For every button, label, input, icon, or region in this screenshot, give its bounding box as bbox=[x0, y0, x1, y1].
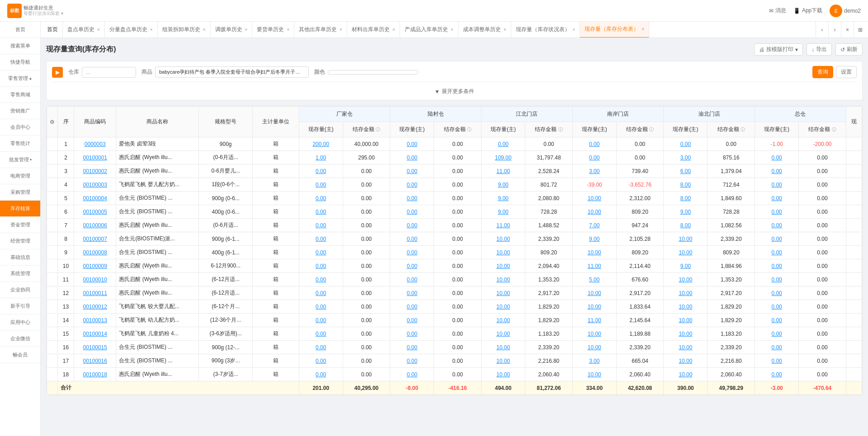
cell-jb-stock[interactable]: 11.00 bbox=[481, 219, 525, 232]
cell-lc-stock[interactable]: 0.00 bbox=[390, 341, 434, 354]
cell-na-stock[interactable]: 0.00 bbox=[572, 137, 616, 151]
message-btn[interactable]: ✉ 消息 bbox=[769, 7, 786, 14]
cell-code[interactable]: 00100002 bbox=[74, 164, 116, 178]
cell-yb-stock[interactable]: 8.00 bbox=[664, 178, 708, 192]
cell-t-stock[interactable]: 0.00 bbox=[755, 205, 799, 219]
cell-f-stock[interactable]: 0.00 bbox=[299, 259, 343, 273]
cell-f-stock[interactable]: 0.00 bbox=[299, 327, 343, 341]
cell-code[interactable]: 00100008 bbox=[74, 246, 116, 259]
tab-close-group[interactable]: × bbox=[203, 27, 206, 32]
tab-cost-adjust[interactable]: 成本调整单历史 × bbox=[458, 22, 511, 38]
cell-f-stock[interactable]: 0.00 bbox=[299, 341, 343, 354]
cell-jb-stock[interactable]: 0.00 bbox=[481, 137, 525, 151]
cell-t-stock[interactable]: 0.00 bbox=[755, 354, 799, 368]
filter-collapse-btn[interactable]: ▶ bbox=[52, 67, 63, 78]
cell-t-stock[interactable]: 0.00 bbox=[755, 341, 799, 354]
cell-yb-stock[interactable]: 8.00 bbox=[664, 192, 708, 205]
cell-lc-stock[interactable]: 0.00 bbox=[390, 232, 434, 246]
sidebar-item-member[interactable]: 会员中心 bbox=[0, 119, 40, 136]
cell-t-stock[interactable]: 0.00 bbox=[755, 164, 799, 178]
cell-f-stock[interactable]: 0.00 bbox=[299, 164, 343, 178]
cell-f-stock[interactable]: 0.00 bbox=[299, 273, 343, 286]
cell-code[interactable]: 00100010 bbox=[74, 273, 116, 286]
cell-f-stock[interactable]: 0.00 bbox=[299, 368, 343, 381]
tab-close-transfer[interactable]: × bbox=[245, 27, 248, 32]
cell-code[interactable]: 00100009 bbox=[74, 259, 116, 273]
cell-lc-stock[interactable]: 0.00 bbox=[390, 259, 434, 273]
cell-t-stock[interactable]: 0.00 bbox=[755, 192, 799, 205]
cell-na-stock[interactable]: 3.00 bbox=[572, 164, 616, 178]
tab-close-product-in[interactable]: × bbox=[451, 27, 453, 32]
settings-btn[interactable]: 设置 bbox=[836, 66, 857, 78]
cell-na-stock[interactable]: 10.00 bbox=[572, 300, 616, 314]
sidebar-item-guide[interactable]: 新手引导 bbox=[0, 298, 40, 314]
cell-na-stock[interactable]: 3.00 bbox=[572, 354, 616, 368]
cell-f-stock[interactable]: 1.00 bbox=[299, 151, 343, 164]
cell-yb-stock[interactable]: 9.00 bbox=[664, 205, 708, 219]
expand-btn[interactable]: ▼ 展开更多条件 bbox=[52, 88, 857, 95]
query-btn[interactable]: 查询 bbox=[812, 66, 833, 78]
cell-f-stock[interactable]: 0.00 bbox=[299, 314, 343, 327]
app-download-btn[interactable]: 📱 App下载 bbox=[793, 7, 822, 14]
cell-code[interactable]: 00100001 bbox=[74, 151, 116, 164]
cell-na-stock[interactable]: 5.00 bbox=[572, 273, 616, 286]
sidebar-item-inventory[interactable]: 库存核算 bbox=[0, 201, 40, 217]
cell-lc-stock[interactable]: 0.00 bbox=[390, 314, 434, 327]
cell-lc-stock[interactable]: 0.00 bbox=[390, 286, 434, 300]
cell-jb-stock[interactable]: 10.00 bbox=[481, 232, 525, 246]
sidebar-item-app-center[interactable]: 应用中心 bbox=[0, 314, 40, 331]
cell-t-stock[interactable]: 0.00 bbox=[755, 151, 799, 164]
th-settings[interactable]: ⚙ bbox=[47, 107, 58, 137]
tab-inventory-split[interactable]: 分量盘点单历史 × bbox=[105, 22, 158, 38]
cell-f-stock[interactable]: 0.00 bbox=[299, 354, 343, 368]
tab-material-out[interactable]: 材料出库单历史 × bbox=[347, 22, 400, 38]
tab-transfer[interactable]: 调拨单历史 × bbox=[211, 22, 253, 38]
cell-jb-stock[interactable]: 10.00 bbox=[481, 354, 525, 368]
tab-close-other-out[interactable]: × bbox=[340, 27, 342, 32]
cell-code[interactable]: 00100006 bbox=[74, 219, 116, 232]
cell-t-stock[interactable]: 0.00 bbox=[755, 368, 799, 381]
cell-jb-stock[interactable]: 10.00 bbox=[481, 341, 525, 354]
cell-code[interactable]: 00100011 bbox=[74, 286, 116, 300]
cell-na-stock[interactable]: 11.00 bbox=[572, 314, 616, 327]
cell-yb-stock[interactable]: 10.00 bbox=[664, 314, 708, 327]
cell-lc-stock[interactable]: 0.00 bbox=[390, 164, 434, 178]
company-selector[interactable]: 母婴行业演示陈套 ▾ bbox=[24, 11, 63, 16]
sidebar-item-marketing[interactable]: 营销推广 bbox=[0, 103, 40, 119]
cell-jb-stock[interactable]: 10.00 bbox=[481, 286, 525, 300]
cell-lc-stock[interactable]: 0.00 bbox=[390, 273, 434, 286]
cell-jb-stock[interactable]: 11.00 bbox=[481, 164, 525, 178]
sidebar-item-operations[interactable]: 经营管理 bbox=[0, 233, 40, 249]
export-btn[interactable]: ↓ 导出 bbox=[807, 43, 832, 56]
cell-t-stock[interactable]: 0.00 bbox=[755, 300, 799, 314]
sidebar-item-quicknav[interactable]: 搜索英单 bbox=[0, 38, 40, 54]
cell-jb-stock[interactable]: 10.00 bbox=[481, 327, 525, 341]
tab-close-inventory-dist[interactable]: × bbox=[642, 27, 644, 32]
tab-close-all-btn[interactable]: × bbox=[841, 22, 854, 38]
cell-na-stock[interactable]: 10.00 bbox=[572, 327, 616, 341]
cell-jb-stock[interactable]: 109.00 bbox=[481, 151, 525, 164]
sidebar-item-search[interactable]: 首页 bbox=[0, 22, 40, 38]
tab-prev-btn[interactable]: ‹ bbox=[816, 22, 828, 38]
cell-code[interactable]: 00100014 bbox=[74, 327, 116, 341]
tab-requisition[interactable]: 要货单历史 × bbox=[252, 22, 294, 38]
cell-yb-stock[interactable]: 0.00 bbox=[664, 137, 708, 151]
sidebar-item-retail-mall[interactable]: 零售商城 bbox=[0, 87, 40, 103]
tab-group-disassemble[interactable]: 组装拆卸单历史 × bbox=[158, 22, 211, 38]
sidebar-item-retail-stats[interactable]: 零售统计 bbox=[0, 136, 40, 152]
cell-f-stock[interactable]: 0.00 bbox=[299, 286, 343, 300]
tab-close-split[interactable]: × bbox=[150, 27, 153, 32]
cell-jb-stock[interactable]: 9.00 bbox=[481, 205, 525, 219]
tab-next-btn[interactable]: › bbox=[828, 22, 841, 38]
cell-lc-stock[interactable]: 0.00 bbox=[390, 354, 434, 368]
cell-na-stock[interactable]: 10.00 bbox=[572, 286, 616, 300]
cell-yb-stock[interactable]: 10.00 bbox=[664, 327, 708, 341]
cell-jb-stock[interactable]: 10.00 bbox=[481, 368, 525, 381]
cell-na-stock[interactable]: 7.00 bbox=[572, 219, 616, 232]
cell-t-stock[interactable]: 0.00 bbox=[755, 286, 799, 300]
sidebar-item-member2[interactable]: 畅会员 bbox=[0, 347, 40, 363]
cell-jb-stock[interactable]: 9.00 bbox=[481, 178, 525, 192]
cell-code[interactable]: 00100005 bbox=[74, 205, 116, 219]
sidebar-item-enterprise-wx[interactable]: 企业微信 bbox=[0, 331, 40, 347]
cell-f-stock[interactable]: 0.00 bbox=[299, 232, 343, 246]
